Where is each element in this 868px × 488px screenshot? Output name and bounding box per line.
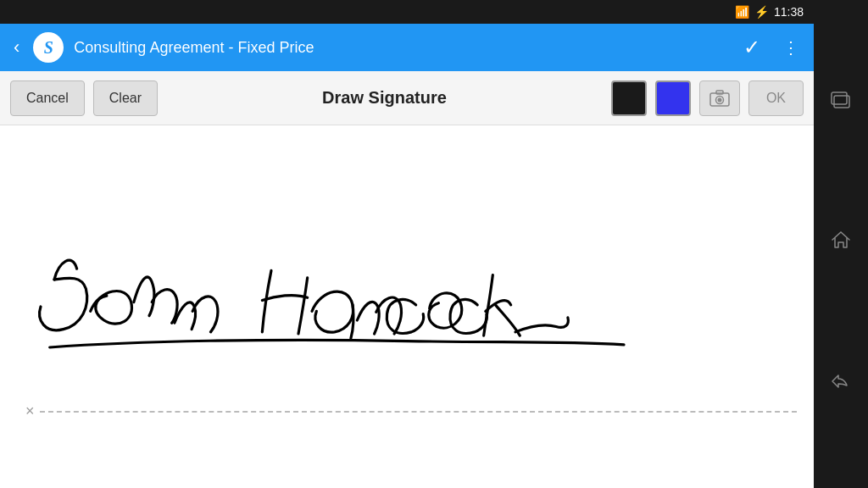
- status-icons: 📶 ⚡ 11:38: [735, 5, 804, 19]
- svg-point-3: [717, 97, 721, 102]
- camera-button[interactable]: [699, 80, 740, 116]
- baseline-dashed-line: [40, 411, 797, 413]
- home-icon[interactable]: [830, 229, 852, 256]
- status-bar: 📶 ⚡ 11:38: [0, 0, 814, 24]
- color-blue-swatch[interactable]: [655, 80, 691, 116]
- back-icon[interactable]: [830, 370, 852, 397]
- ok-button[interactable]: OK: [748, 80, 804, 116]
- signature-canvas[interactable]: ×: [0, 125, 814, 488]
- check-button[interactable]: ✓: [735, 32, 769, 63]
- nav-title: Consulting Agreement - Fixed Price: [74, 39, 728, 57]
- android-nav-strip: [814, 0, 868, 488]
- color-black-swatch[interactable]: [611, 80, 647, 116]
- app-logo: S: [33, 32, 64, 63]
- signature-toolbar: Cancel Clear Draw Signature OK: [0, 71, 814, 125]
- status-time: 11:38: [774, 5, 804, 19]
- nav-bar: ‹ S Consulting Agreement - Fixed Price ✓…: [0, 24, 814, 71]
- clear-button[interactable]: Clear: [93, 80, 158, 116]
- svg-rect-2: [716, 91, 723, 94]
- signature-baseline: ×: [25, 402, 797, 420]
- back-button[interactable]: ‹: [7, 33, 26, 62]
- toolbar-title: Draw Signature: [166, 88, 603, 108]
- battery-icon: ⚡: [754, 5, 769, 19]
- signature-drawing: [0, 125, 814, 488]
- recent-apps-icon[interactable]: [830, 91, 852, 114]
- wifi-icon: 📶: [735, 5, 749, 19]
- baseline-x-marker: ×: [25, 402, 35, 420]
- more-button[interactable]: ⋮: [776, 34, 807, 61]
- cancel-button[interactable]: Cancel: [10, 80, 85, 116]
